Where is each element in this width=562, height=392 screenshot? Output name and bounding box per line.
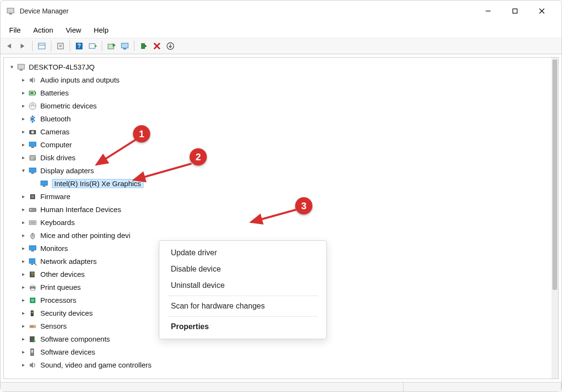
tree-item[interactable]: ▸Computer: [4, 138, 551, 151]
chevron-icon[interactable]: ▸: [20, 284, 27, 290]
tree-item-label: Print queues: [40, 283, 81, 291]
chevron-icon[interactable]: ▸: [20, 245, 27, 251]
tree-item[interactable]: ▸Disk drives: [4, 151, 551, 164]
tree-item[interactable]: ▸Sound, video and game controllers: [4, 358, 551, 371]
tree-item[interactable]: ▸Audio inputs and outputs: [4, 73, 551, 86]
svg-rect-24: [18, 64, 24, 69]
remove-button[interactable]: [151, 40, 163, 52]
back-button[interactable]: [3, 40, 16, 52]
content-area: ▾ DESKTOP-4L537JQ ▸Audio inputs and outp…: [0, 54, 562, 382]
tree-item[interactable]: ▸Software devices: [4, 345, 551, 358]
tree-item[interactable]: ▸Biometric devices: [4, 99, 551, 112]
tree-item-label: Display adapters: [40, 166, 94, 175]
svg-rect-25: [20, 70, 23, 71]
tree-item[interactable]: ▸Firmware: [4, 190, 551, 203]
svg-rect-33: [31, 147, 34, 148]
chevron-icon[interactable]: ▸: [20, 323, 27, 329]
svg-text:?: ?: [77, 43, 81, 49]
tree-item[interactable]: ▾Display adapters: [4, 164, 551, 177]
toolbar-separator: [102, 41, 102, 51]
ctx-disable-device[interactable]: Disable device: [159, 261, 326, 277]
properties-button[interactable]: [54, 40, 67, 52]
minimize-button[interactable]: [477, 4, 499, 18]
update-driver-button[interactable]: [105, 40, 118, 52]
maximize-button[interactable]: [504, 4, 526, 18]
close-button[interactable]: [531, 4, 553, 18]
ctx-scan-hardware[interactable]: Scan for hardware changes: [159, 298, 326, 314]
menu-help[interactable]: Help: [88, 24, 114, 36]
chevron-icon[interactable]: ▸: [20, 77, 27, 83]
svg-rect-58: [31, 288, 35, 290]
chevron-icon[interactable]: ▸: [20, 297, 27, 303]
menu-file[interactable]: File: [3, 24, 26, 36]
softcomp-icon: [28, 334, 37, 344]
svg-point-29: [29, 103, 36, 109]
tree-item[interactable]: ▸Batteries: [4, 86, 551, 99]
chevron-icon[interactable]: ▸: [20, 206, 27, 213]
chevron-icon[interactable]: ▾: [20, 167, 27, 174]
svg-point-31: [31, 131, 34, 133]
other-icon: ?: [28, 270, 37, 279]
chevron-icon[interactable]: ▸: [20, 142, 27, 148]
tree-root-label: DESKTOP-4L537JQ: [29, 63, 95, 71]
svg-text:?: ?: [31, 272, 34, 277]
annotation-badge-3: 3: [295, 197, 312, 214]
ctx-update-driver[interactable]: Update driver: [159, 245, 326, 261]
ctx-properties[interactable]: Properties: [159, 319, 326, 335]
chevron-icon[interactable]: ▸: [20, 129, 27, 135]
svg-point-62: [32, 311, 33, 313]
annotation-badge-2: 2: [190, 148, 207, 166]
chevron-icon[interactable]: ▸: [20, 362, 27, 368]
tree-item-label: Sound, video and game controllers: [40, 361, 152, 369]
chevron-icon[interactable]: ▸: [20, 310, 27, 316]
chevron-down-icon[interactable]: ▾: [9, 64, 15, 70]
help-button[interactable]: ?: [73, 40, 85, 52]
tree-item-label: Keyboards: [40, 218, 75, 226]
svg-rect-32: [29, 142, 36, 146]
chevron-icon[interactable]: ▸: [20, 349, 27, 355]
tree-item-label: Sensors: [40, 322, 67, 330]
scan-button[interactable]: [86, 40, 99, 52]
svg-marker-14: [95, 45, 97, 48]
menu-view[interactable]: View: [60, 24, 87, 36]
tree-item[interactable]: ▸Cameras: [4, 125, 551, 138]
chevron-icon[interactable]: ▸: [20, 103, 27, 109]
svg-rect-64: [31, 326, 32, 327]
chevron-icon[interactable]: ▸: [20, 271, 27, 277]
chevron-icon[interactable]: ▸: [20, 154, 27, 161]
svg-rect-34: [30, 155, 36, 160]
chevron-icon[interactable]: ▸: [20, 193, 27, 200]
tree-child-item[interactable]: Intel(R) Iris(R) Xe Graphics: [4, 177, 551, 190]
tree-item-label: Software devices: [40, 348, 95, 356]
arrow-down-button[interactable]: [164, 40, 177, 52]
monitor-icon: [28, 166, 37, 176]
titlebar[interactable]: Device Manager: [0, 0, 562, 22]
enable-button[interactable]: [137, 40, 150, 52]
svg-rect-8: [58, 43, 63, 49]
tree-item[interactable]: ▸Mice and other pointing devi: [4, 229, 551, 242]
chevron-icon[interactable]: ▸: [20, 232, 27, 238]
chevron-icon[interactable]: ▸: [20, 116, 27, 122]
mouse-icon: [28, 231, 37, 240]
forward-button[interactable]: [17, 40, 29, 52]
tree-root[interactable]: ▾ DESKTOP-4L537JQ: [4, 60, 551, 73]
scroll-thumb[interactable]: [552, 59, 557, 290]
device-button[interactable]: [119, 40, 131, 52]
tree-item-label: Human Interface Devices: [40, 205, 121, 214]
toolbar-separator: [32, 41, 33, 51]
network-icon: [28, 257, 37, 266]
keyboard-icon: [28, 218, 37, 227]
chevron-icon[interactable]: ▸: [20, 219, 27, 226]
chevron-icon[interactable]: ▸: [20, 258, 27, 264]
show-all-button[interactable]: [36, 40, 48, 52]
ctx-uninstall-device[interactable]: Uninstall device: [159, 277, 326, 294]
tree-item[interactable]: ▸Keyboards: [4, 216, 551, 229]
menu-action[interactable]: Action: [27, 24, 59, 36]
tree-item[interactable]: ▸Human Interface Devices: [4, 203, 551, 216]
chevron-icon[interactable]: ▸: [20, 336, 27, 342]
vertical-scrollbar[interactable]: [551, 58, 558, 379]
window-title: Device Manager: [20, 7, 477, 15]
chevron-icon[interactable]: ▸: [20, 90, 27, 96]
tree-item[interactable]: ▸Bluetooth: [4, 112, 551, 125]
svg-rect-28: [30, 92, 34, 94]
